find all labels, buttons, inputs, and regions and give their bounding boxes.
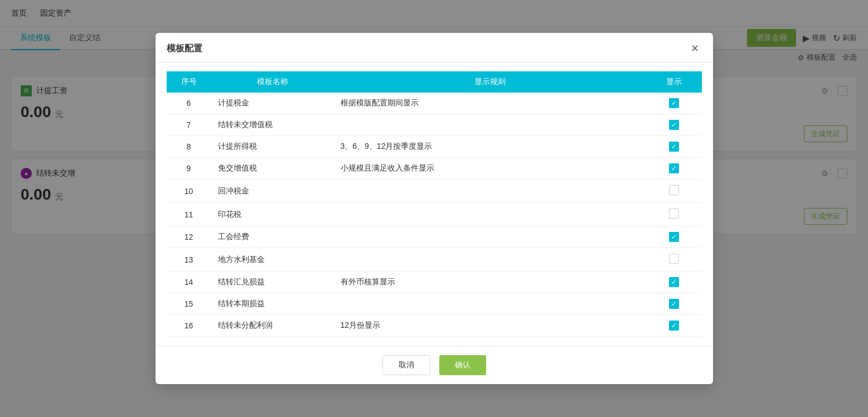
table-wrapper[interactable]: 序号 模板名称 显示规则 显示 6计提税金根据模版配置期间显示7结转未交增值税8…	[167, 71, 702, 337]
confirm-button[interactable]: 确认	[439, 355, 486, 375]
row-checkbox[interactable]	[669, 254, 679, 264]
row-name: 工会经费	[211, 226, 334, 248]
row-rule: 12月份显示	[334, 315, 646, 337]
row-id: 13	[167, 248, 211, 271]
row-rule	[334, 203, 646, 226]
row-checkbox-cell	[646, 293, 702, 315]
table-row: 7结转未交增值税	[167, 114, 702, 136]
row-checkbox[interactable]	[669, 208, 679, 219]
row-id: 11	[167, 203, 211, 226]
config-table: 序号 模板名称 显示规则 显示 6计提税金根据模版配置期间显示7结转未交增值税8…	[167, 71, 702, 337]
row-checkbox[interactable]	[669, 120, 679, 130]
table-row: 8计提所得税3、6、9、12月按季度显示	[167, 136, 702, 158]
row-id: 10	[167, 180, 211, 203]
row-checkbox[interactable]	[669, 163, 679, 173]
row-checkbox-cell	[646, 136, 702, 158]
row-rule: 小规模且满足收入条件显示	[334, 158, 646, 180]
row-name: 免交增值税	[211, 158, 334, 180]
row-checkbox[interactable]	[669, 142, 679, 152]
row-rule	[334, 226, 646, 248]
row-checkbox[interactable]	[669, 232, 679, 242]
row-checkbox-cell	[646, 315, 702, 337]
row-rule: 根据模版配置期间显示	[334, 93, 646, 114]
row-name: 结转汇兑损益	[211, 271, 334, 293]
row-id: 8	[167, 136, 211, 158]
row-id: 16	[167, 315, 211, 337]
row-name: 结转未交增值税	[211, 114, 334, 136]
col-header-name: 模板名称	[211, 71, 334, 93]
table-row: 9免交增值税小规模且满足收入条件显示	[167, 158, 702, 180]
dialog-header: 模板配置 ✕	[156, 33, 713, 62]
row-checkbox-cell	[646, 248, 702, 271]
table-row: 11印花税	[167, 203, 702, 226]
row-checkbox[interactable]	[669, 277, 679, 287]
row-name: 计提税金	[211, 93, 334, 114]
row-checkbox[interactable]	[669, 299, 679, 309]
row-checkbox-cell	[646, 93, 702, 114]
modal-overlay: 模板配置 ✕ 序号 模板名称 显示规则 显示 6计提税金根据模版配置期间显	[0, 0, 868, 417]
row-checkbox[interactable]	[669, 185, 679, 195]
col-header-display: 显示	[646, 71, 702, 93]
row-name: 印花税	[211, 203, 334, 226]
row-rule	[334, 248, 646, 271]
row-id: 15	[167, 293, 211, 315]
table-row: 15结转本期损益	[167, 293, 702, 315]
row-checkbox[interactable]	[669, 98, 679, 108]
row-checkbox-cell	[646, 226, 702, 248]
row-name: 结转本期损益	[211, 293, 334, 315]
template-config-dialog: 模板配置 ✕ 序号 模板名称 显示规则 显示 6计提税金根据模版配置期间显	[156, 33, 713, 384]
cancel-button[interactable]: 取消	[382, 355, 430, 375]
row-checkbox-cell	[646, 271, 702, 293]
row-name: 回冲税金	[211, 180, 334, 203]
row-checkbox[interactable]	[669, 321, 679, 331]
table-row: 13地方水利基金	[167, 248, 702, 271]
row-rule	[334, 114, 646, 136]
row-rule	[334, 293, 646, 315]
row-rule	[334, 180, 646, 203]
table-row: 12工会经费	[167, 226, 702, 248]
table-row: 10回冲税金	[167, 180, 702, 203]
dialog-body: 序号 模板名称 显示规则 显示 6计提税金根据模版配置期间显示7结转未交增值税8…	[156, 62, 713, 346]
col-header-rule: 显示规则	[334, 71, 646, 93]
row-checkbox-cell	[646, 114, 702, 136]
row-checkbox-cell	[646, 158, 702, 180]
row-rule: 3、6、9、12月按季度显示	[334, 136, 646, 158]
table-row: 14结转汇兑损益有外币核算显示	[167, 271, 702, 293]
row-id: 7	[167, 114, 211, 136]
row-checkbox-cell	[646, 203, 702, 226]
row-name: 地方水利基金	[211, 248, 334, 271]
row-name: 结转未分配利润	[211, 315, 334, 337]
row-rule: 有外币核算显示	[334, 271, 646, 293]
dialog-title: 模板配置	[167, 43, 202, 55]
table-row: 6计提税金根据模版配置期间显示	[167, 93, 702, 114]
row-checkbox-cell	[646, 180, 702, 203]
row-id: 9	[167, 158, 211, 180]
col-header-id: 序号	[167, 71, 211, 93]
dialog-footer: 取消 确认	[156, 346, 713, 384]
row-id: 6	[167, 93, 211, 114]
table-row: 16结转未分配利润12月份显示	[167, 315, 702, 337]
row-id: 12	[167, 226, 211, 248]
row-id: 14	[167, 271, 211, 293]
dialog-close-button[interactable]: ✕	[688, 42, 702, 55]
row-name: 计提所得税	[211, 136, 334, 158]
